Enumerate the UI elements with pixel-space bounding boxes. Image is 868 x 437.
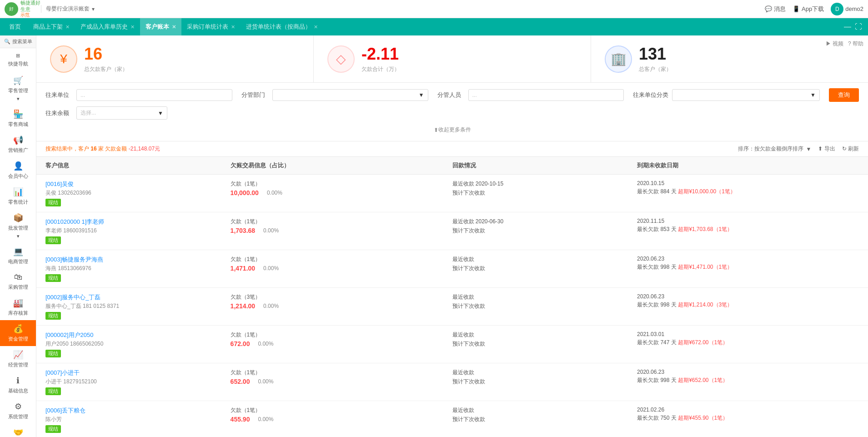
refresh-button[interactable]: ↻ 刷新 (842, 145, 859, 153)
close-tab-product-history[interactable]: ✕ (130, 24, 135, 30)
balance-select[interactable]: 选择... ▼ (76, 106, 167, 120)
business-icon: 📈 (13, 350, 23, 360)
sidebar-item-ecommerce[interactable]: 💻 电商管理 (0, 243, 36, 269)
enterprise-icon: 🤝 (13, 427, 23, 437)
person-dots: ... (472, 92, 477, 98)
customer-sub-5: 小进干 18279152100 (45, 378, 231, 386)
customer-name-2[interactable]: [0003]畅捷服务尹海燕 (45, 256, 231, 264)
tab-product-history[interactable]: 产成品入库单历史 ✕ (75, 18, 140, 35)
customer-sub-0: 吴俊 13026203696 (45, 189, 231, 197)
filter-person: 分管人员 ... (437, 89, 624, 101)
main-content: ¥ 16 总欠款客户（家） ◇ -2.11 欠款合计（万） 🏢 131 总客户（… (36, 35, 868, 437)
table-row: [0016]吴俊 吴俊 13026203696 现结 欠款（1笔） 10,000… (36, 175, 868, 212)
overdue-link-0[interactable]: 超期¥10,000.00（1笔） (678, 188, 736, 195)
sidebar-item-purchase-mgmt[interactable]: 🛍 采购管理 (0, 269, 36, 294)
filter-row-2: 往来余额 选择... ▼ (45, 106, 859, 120)
sidebar-item-inventory[interactable]: 🏭 库存核算 (0, 294, 36, 320)
header-recover: 回款情况 (452, 161, 637, 170)
overdue-link-4[interactable]: 超期¥672.00（1笔） (678, 339, 728, 346)
batch-icon: 📦 (13, 213, 23, 223)
close-tab-customer-account[interactable]: ✕ (172, 24, 176, 30)
video-button[interactable]: ▶ 视频 (826, 40, 843, 48)
recover-info-0: 最近收款 2020-10-15 预计下次收款 (452, 180, 637, 206)
app-download-button[interactable]: 📱 App下载 (793, 5, 824, 13)
sidebar-item-basic-info[interactable]: ℹ 基础信息 (0, 372, 36, 398)
sidebar-item-retail-mall[interactable]: 🏪 零售商城 (0, 105, 36, 131)
tab-products-off[interactable]: 商品上下架 ✕ (28, 18, 75, 35)
user-menu[interactable]: D demo2 (831, 3, 863, 15)
stat-label-2: 欠款合计（万） (361, 65, 400, 73)
search-menu-button[interactable]: 🔍 搜索菜单 (0, 35, 36, 48)
overdue-link-5[interactable]: 超期¥652.00（1笔） (678, 377, 728, 383)
sidebar-quick-nav[interactable]: ⊞ 快捷导航 (0, 48, 36, 72)
maximize-button[interactable]: ⛶ (855, 23, 862, 31)
close-tab-import-stats[interactable]: ✕ (314, 24, 318, 30)
overdue-link-2[interactable]: 超期¥1,471.00（1笔） (678, 264, 733, 270)
stat-value-2: -2.11 (361, 45, 400, 64)
message-button[interactable]: 💬 消息 (765, 5, 786, 13)
customer-tag-1: 现结 (45, 236, 61, 244)
minimize-button[interactable]: — (844, 23, 851, 31)
close-tab-products-off[interactable]: ✕ (65, 24, 70, 30)
stat-card-3: 🏢 131 总客户（家） ▶ 视频 ? 帮助 (591, 35, 868, 82)
company-selector[interactable]: 母婴行业演示账套 ▾ (41, 5, 101, 13)
sidebar-item-member-center[interactable]: 👤 会员中心 (0, 157, 36, 183)
date-info-1: 2020.11.15 最长欠款 853 天 超期¥1,703.68（1笔） (637, 218, 859, 244)
tab-customer-account[interactable]: 客户账本 ✕ (140, 18, 181, 35)
from-unit-dots: ... (80, 92, 85, 98)
customer-name-5[interactable]: [0007]小进干 (45, 369, 231, 377)
date-info-3: 2020.06.23 最长欠款 998 天 超期¥1,214.00（3笔） (637, 293, 859, 320)
customer-name-4[interactable]: [000002]用户2050 (45, 331, 231, 339)
help-button[interactable]: ? 帮助 (848, 40, 863, 48)
top-bar: 好 畅捷通好生意 示范 母婴行业演示账套 ▾ 💬 消息 📱 App下载 D de… (0, 0, 868, 18)
person-input[interactable]: ... (468, 89, 624, 101)
overdue-link-1[interactable]: 超期¥1,703.68（1笔） (678, 226, 733, 232)
unit-class-select[interactable]: ▼ (672, 89, 820, 101)
filter-area: 往来单位 ... 分管部门 ▼ 分管人员 ... (36, 83, 868, 141)
export-icon: ⬆ (818, 146, 823, 152)
tab-purchase-order[interactable]: 采购订单统计表 ✕ (181, 18, 241, 35)
retail-mgmt-icon: 🛒 (13, 75, 23, 85)
data-table: 客户信息 欠账交易信息（占比） 回款情况 到期未收款日期 [0016]吴俊 吴俊… (36, 157, 868, 437)
results-actions: 排序：按欠款金额倒序排序 ▼ ⬆ 导出 ↻ 刷新 (738, 145, 859, 153)
close-tab-purchase-order[interactable]: ✕ (231, 24, 235, 30)
customer-name-1[interactable]: [0001020000 1]李老师 (45, 218, 231, 226)
tab-home[interactable]: 首页 (2, 18, 28, 35)
date-info-5: 2020.06.23 最长欠款 998 天 超期¥652.00（1笔） (637, 369, 859, 395)
sidebar-item-retail-stats[interactable]: 📊 零售统计 (0, 183, 36, 209)
date-info-6: 2021.02.26 最长欠款 750 天 超期¥455.90（1笔） (637, 407, 859, 433)
customer-name-6[interactable]: [0006]丢下粮仓 (45, 407, 231, 415)
sidebar-item-business-mgmt[interactable]: 📈 经营管理 (0, 346, 36, 372)
tab-import-stats[interactable]: 进货单统计表（按商品） ✕ (241, 18, 323, 35)
sidebar-item-marketing[interactable]: 📢 营销推广 (0, 131, 36, 157)
debt-info-4: 欠款（1笔） 672.00 0.00% (231, 331, 452, 357)
results-info: 搜索结果中，客户 16 家 欠款金额 -21,148.07元 (45, 145, 160, 153)
recover-info-3: 最近收款 预计下次收款 (452, 293, 637, 320)
retail-mall-icon: 🏪 (13, 109, 23, 119)
from-unit-input[interactable]: ... (76, 89, 232, 101)
sidebar-item-enterprise[interactable]: 🤝 企业协同 (0, 424, 36, 437)
filter-row-1: 往来单位 ... 分管部门 ▼ 分管人员 ... (45, 88, 859, 102)
customer-name-0[interactable]: [0016]吴俊 (45, 180, 231, 188)
dept-select[interactable]: ▼ (272, 89, 428, 101)
customer-sub-6: 陈小芳 (45, 416, 231, 423)
table-row: [0002]服务中心_丁磊 服务中心_丁磊 181 0125 8371 现结 欠… (36, 288, 868, 326)
stat-card-1: ¥ 16 总欠款客户（家） (36, 35, 314, 82)
logo-icon: 好 (5, 2, 18, 16)
collapse-button[interactable]: ⬆ 收起更多条件 (45, 124, 859, 136)
overdue-link-6[interactable]: 超期¥455.90（1笔） (678, 415, 728, 421)
overdue-link-3[interactable]: 超期¥1,214.00（3笔） (678, 301, 733, 308)
sidebar-item-retail-mgmt[interactable]: 🛒 零售管理 ▾ (0, 72, 36, 105)
sidebar: 🔍 搜索菜单 ⊞ 快捷导航 🛒 零售管理 ▾ 🏪 零售商城 📢 营销推广 👤 会… (0, 35, 36, 437)
sidebar-item-system[interactable]: ⚙ 系统管理 (0, 398, 36, 424)
header-date: 到期未收款日期 (637, 161, 859, 170)
sidebar-item-finance[interactable]: 💰 资金管理 (0, 320, 36, 346)
customer-info-5: [0007]小进干 小进干 18279152100 现结 (45, 369, 231, 395)
search-button[interactable]: 查询 (829, 88, 859, 102)
export-button[interactable]: ⬆ 导出 (818, 145, 835, 153)
sidebar-item-batch-mgmt[interactable]: 📦 批发管理 ▾ (0, 209, 36, 243)
header-debt: 欠账交易信息（占比） (231, 161, 452, 170)
customer-name-3[interactable]: [0002]服务中心_丁磊 (45, 293, 231, 301)
stat-icon-customers: ¥ (50, 45, 77, 73)
sort-selector[interactable]: 排序：按欠款金额倒序排序 ▼ (738, 145, 811, 153)
